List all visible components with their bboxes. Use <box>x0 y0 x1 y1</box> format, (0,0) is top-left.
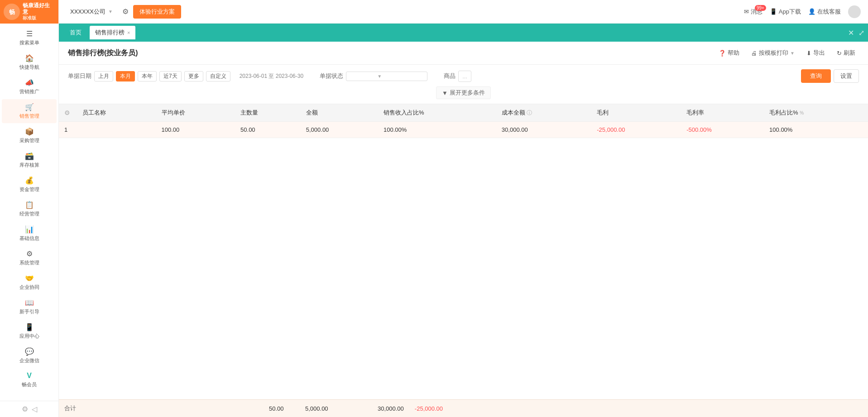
this-month-btn[interactable]: 本月 <box>116 71 135 81</box>
sidebar-item-member[interactable]: V 畅会员 <box>2 368 57 392</box>
cell-gross-rate: -500.00% <box>681 122 764 138</box>
message-button[interactable]: ✉ 消息 99+ <box>744 8 762 16</box>
settings-bottom-icon[interactable]: ⚙ <box>22 405 28 413</box>
avatar[interactable] <box>848 5 861 18</box>
col-name: 员工名称 <box>77 104 156 122</box>
query-button[interactable]: 查询 <box>801 69 831 83</box>
table-area: ⚙ 员工名称 平均单价 主数量 全额 <box>59 104 868 399</box>
sidebar-bottom: ⚙ ◁ <box>0 401 58 417</box>
last-month-btn[interactable]: 上月 <box>94 71 113 81</box>
sidebar-item-enterprise[interactable]: 🤝 企业协同 <box>2 270 57 294</box>
table-footer: 合计 50.00 5,000.00 30,000.00 -25,000.00 <box>59 399 868 417</box>
collapse-icon[interactable]: ◁ <box>32 405 37 413</box>
col-gross: 毛利 <box>591 104 681 122</box>
print-arrow-icon: ▼ <box>790 51 795 56</box>
print-button[interactable]: 🖨 按模板打印 ▼ <box>748 47 798 59</box>
tab-close-icon[interactable]: × <box>127 30 130 35</box>
search-menu-icon: ☰ <box>26 29 33 38</box>
tab-close-all-icon[interactable]: ✕ <box>848 29 854 37</box>
cell-rank: 1 <box>59 122 77 138</box>
settings-button[interactable]: 设置 <box>834 69 859 83</box>
tab-expand-icon[interactable]: ⤢ <box>858 29 864 37</box>
message-badge: 99+ <box>755 5 766 11</box>
cell-qty: 50.00 <box>235 122 301 138</box>
sidebar-item-system[interactable]: ⚙ 系统管理 <box>2 246 57 270</box>
goods-filter: 商品 ... <box>444 71 471 82</box>
inventory-icon: 🗃️ <box>25 152 34 160</box>
refresh-icon: ↻ <box>837 50 842 57</box>
sidebar-item-quick-nav[interactable]: 🏠 快捷导航 <box>2 50 57 74</box>
tab-home[interactable]: 首页 <box>62 26 89 39</box>
tabbar-right: ✕ ⤢ <box>848 29 864 37</box>
app-download-button[interactable]: 📱 App下载 <box>770 8 801 16</box>
export-icon: ⬇ <box>806 50 811 57</box>
logo-icon: 畅 <box>4 4 20 20</box>
content-area: 销售排行榜(按业务员) ❓ 帮助 🖨 按模板打印 ▼ ⬇ 导出 ↻ 刷新 <box>59 42 868 417</box>
col-settings-icon[interactable]: ⚙ <box>64 109 70 116</box>
sidebar-item-sales[interactable]: 🛒 销售管理 <box>2 99 57 123</box>
status-select[interactable]: ▼ <box>346 72 427 81</box>
operations-icon: 📋 <box>25 201 34 209</box>
print-icon: 🖨 <box>751 50 757 57</box>
col-sales-pct: 销售收入占比% <box>378 104 496 122</box>
more-btn[interactable]: 更多 <box>184 71 203 81</box>
this-year-btn[interactable]: 本年 <box>138 71 157 81</box>
expand-conditions-btn[interactable]: ▼ 展开更多条件 <box>436 86 491 99</box>
col-qty: 主数量 <box>235 104 301 122</box>
tab-sales-ranking[interactable]: 销售排行榜 × <box>90 26 135 39</box>
topbar-gear-icon[interactable]: ⚙ <box>122 7 129 16</box>
last7-btn[interactable]: 近7天 <box>159 71 182 81</box>
sidebar-item-inventory[interactable]: 🗃️ 库存核算 <box>2 148 57 172</box>
sidebar-nav: ☰ 搜索菜单 🏠 快捷导航 📣 营销推广 🛒 销售管理 📦 采购管理 🗃️ 库存… <box>0 24 58 401</box>
help-button[interactable]: ❓ 帮助 <box>715 47 743 59</box>
company-name: XXXXXX公司 <box>70 8 106 16</box>
goods-input[interactable]: ... <box>458 71 471 82</box>
table-row: 1 100.00 50.00 5,000.00 100.00% 30,000.0… <box>59 122 868 138</box>
sidebar: 畅 畅康通好生意 标准版 ☰ 搜索菜单 🏠 快捷导航 📣 营销推广 🛒 销售管理… <box>0 0 59 417</box>
app-logo: 畅 畅康通好生意 标准版 <box>0 0 58 24</box>
company-arrow-icon: ▼ <box>108 9 113 14</box>
online-service-button[interactable]: 👤 在线客服 <box>808 8 841 16</box>
refresh-button[interactable]: ↻ 刷新 <box>833 47 859 59</box>
app-icon: 📱 <box>770 8 777 15</box>
sidebar-item-basic-info[interactable]: 📊 基础信息 <box>2 221 57 245</box>
logo-text: 畅康通好生意 标准版 <box>23 2 55 22</box>
page-title: 销售排行榜(按业务员) <box>68 48 138 58</box>
tabbar: 首页 销售排行榜 × ✕ ⤢ <box>59 24 868 42</box>
goods-filter-label: 商品 <box>444 72 456 80</box>
expand-row: ▼ 展开更多条件 <box>68 86 859 99</box>
service-icon: 👤 <box>808 8 815 15</box>
wechat-icon: 💬 <box>25 347 34 356</box>
date-filter: 单据日期 上月 本月 本年 近7天 更多 自定义 <box>68 71 230 81</box>
page-actions: ❓ 帮助 🖨 按模板打印 ▼ ⬇ 导出 ↻ 刷新 <box>715 47 859 59</box>
help-icon: ❓ <box>719 50 726 57</box>
purchase-icon: 📦 <box>25 127 34 136</box>
home-icon: 🏠 <box>25 54 34 62</box>
company-selector[interactable]: XXXXXX公司 ▼ <box>66 5 117 18</box>
main-area: XXXXXX公司 ▼ ⚙ 体验行业方案 ✉ 消息 99+ 📱 App下载 👤 在… <box>59 0 868 417</box>
sidebar-item-wechat[interactable]: 💬 企业微信 <box>2 344 57 368</box>
sidebar-item-finance[interactable]: 💰 资金管理 <box>2 173 57 197</box>
sidebar-item-marketing[interactable]: 📣 营销推广 <box>2 75 57 99</box>
sidebar-item-purchase[interactable]: 📦 采购管理 <box>2 124 57 148</box>
table-header-row: ⚙ 员工名称 平均单价 主数量 全额 <box>59 104 868 122</box>
sidebar-item-apps[interactable]: 📱 应用中心 <box>2 319 57 343</box>
cost-info-icon[interactable]: ⓘ <box>527 110 532 116</box>
col-gross-pct: 毛利占比% % <box>764 104 868 122</box>
cell-gross: -25,000.00 <box>591 122 681 138</box>
cell-avg-price: 100.00 <box>156 122 235 138</box>
col-settings: ⚙ <box>59 104 77 122</box>
col-cost: 成本全额 ⓘ <box>496 104 591 122</box>
sidebar-item-guide[interactable]: 📖 新手引导 <box>2 295 57 319</box>
enterprise-icon: 🤝 <box>25 274 34 283</box>
sidebar-item-operations[interactable]: 📋 经营管理 <box>2 197 57 221</box>
try-button[interactable]: 体验行业方案 <box>133 5 181 19</box>
export-button[interactable]: ⬇ 导出 <box>803 47 829 59</box>
marketing-icon: 📣 <box>25 78 34 87</box>
footer-qty-val: 50.00 <box>264 405 300 412</box>
custom-btn[interactable]: 自定义 <box>206 71 230 81</box>
cell-gross-pct: 100.00% <box>764 122 868 138</box>
sidebar-item-search[interactable]: ☰ 搜索菜单 <box>2 26 57 50</box>
cell-cost: 30,000.00 <box>496 122 591 138</box>
ranking-table: ⚙ 员工名称 平均单价 主数量 全额 <box>59 104 868 138</box>
